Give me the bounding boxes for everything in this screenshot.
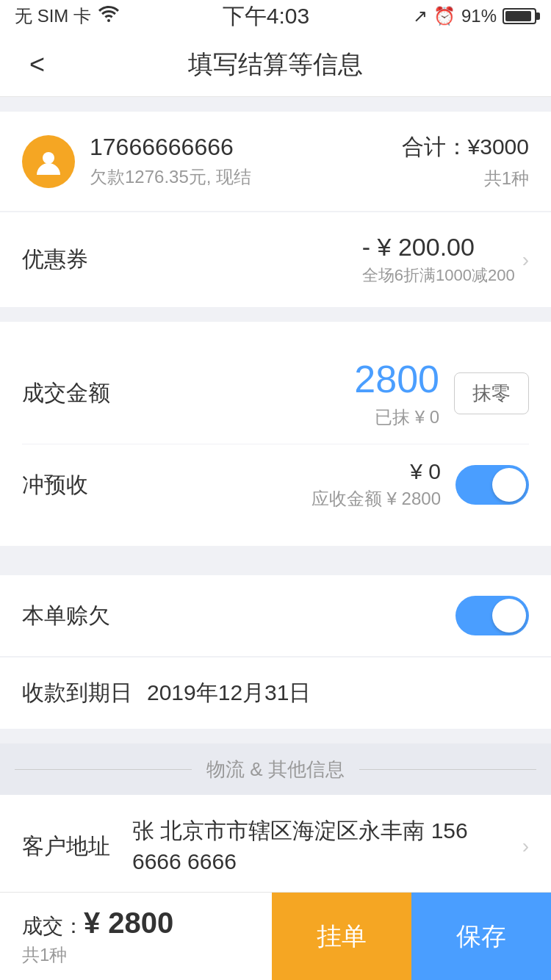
order-total: 合计：¥3000 — [402, 132, 529, 162]
bottom-bar: 成交：¥ 2800 共1种 挂单 保存 — [0, 892, 551, 980]
deal-amount-label: 成交金额 — [22, 378, 110, 408]
customer-left: 17666666666 欠款1276.35元, 现结 — [22, 134, 251, 189]
coupon-right: - ¥ 200.00 全场6折满1000减200 › — [362, 233, 529, 287]
toggle-knob — [492, 468, 526, 502]
duedate-value: 2019年12月31日 — [147, 678, 311, 708]
duedate-section: 收款到期日 2019年12月31日 — [0, 657, 551, 729]
status-time: 下午4:03 — [223, 1, 309, 32]
deal-amount-value: 2800 — [354, 357, 439, 401]
status-bar: 无 SIM 卡 下午4:03 ↗ ⏰ 91% — [0, 0, 551, 32]
bottom-deal-amount: ¥ 2800 — [84, 907, 173, 939]
chevron-right-icon: › — [522, 248, 529, 272]
logistics-text: 物流 & 其他信息 — [206, 757, 345, 782]
chong-value-block: ¥ 0 应收金额 ¥ 2800 — [311, 459, 441, 511]
battery-percent: 91% — [461, 6, 497, 26]
customer-info: 17666666666 欠款1276.35元, 现结 — [90, 134, 251, 189]
battery-icon — [503, 8, 536, 24]
bottom-deal-count: 共1种 — [22, 943, 250, 967]
coupon-label: 优惠券 — [22, 245, 88, 275]
page-title: 填写结算等信息 — [188, 48, 363, 82]
sim-label: 无 SIM 卡 — [15, 4, 91, 28]
nav-bar: < 填写结算等信息 — [0, 32, 551, 97]
coupon-desc: 全场6折满1000减200 — [362, 264, 515, 287]
section-divider-2 — [0, 546, 551, 561]
sheqian-label: 本单赊欠 — [22, 601, 110, 631]
back-button[interactable]: < — [22, 42, 52, 87]
wifi-icon — [98, 6, 119, 26]
chong-value: ¥ 0 — [311, 459, 441, 484]
chong-row: 冲预收 ¥ 0 应收金额 ¥ 2800 — [22, 444, 529, 525]
deal-amount-row: 成交金额 2800 已抹 ¥ 0 抹零 — [22, 342, 529, 444]
customer-card: 17666666666 欠款1276.35元, 现结 合计：¥3000 共1种 — [0, 112, 551, 211]
chong-sub: 应收金额 ¥ 2800 — [311, 487, 441, 511]
duedate-label: 收款到期日 — [22, 678, 132, 708]
location-icon: ↗ — [413, 6, 428, 26]
alarm-icon: ⏰ — [433, 6, 455, 26]
sheqian-section: 本单赊欠 — [0, 575, 551, 656]
order-count: 共1种 — [402, 167, 529, 190]
coupon-discount: - ¥ 200.00 — [362, 233, 515, 262]
section-divider-1 — [0, 307, 551, 322]
already-erazed: 已抹 ¥ 0 — [354, 406, 439, 429]
customer-phone: 17666666666 — [90, 134, 251, 161]
logistics-line-left — [15, 769, 192, 770]
coupon-row[interactable]: 优惠券 - ¥ 200.00 全场6折满1000减200 › — [0, 212, 551, 307]
avatar — [22, 135, 75, 188]
save-button[interactable]: 保存 — [411, 893, 551, 981]
address-section[interactable]: 客户地址 张 北京市市辖区海淀区永丰南 156 6666 6666 › — [0, 795, 551, 898]
sheqian-toggle[interactable] — [455, 596, 529, 635]
logistics-divider: 物流 & 其他信息 — [0, 743, 551, 795]
amount-section: 成交金额 2800 已抹 ¥ 0 抹零 冲预收 ¥ 0 应收金额 ¥ 2800 — [0, 322, 551, 546]
chong-right: ¥ 0 应收金额 ¥ 2800 — [311, 459, 529, 511]
status-left: 无 SIM 卡 — [15, 4, 119, 28]
svg-point-0 — [43, 152, 54, 164]
sheqian-toggle-knob — [492, 599, 526, 633]
customer-right: 合计：¥3000 共1种 — [402, 132, 529, 190]
address-label: 客户地址 — [22, 832, 110, 862]
chong-toggle[interactable] — [455, 465, 529, 505]
deal-amount-right: 2800 已抹 ¥ 0 抹零 — [354, 357, 529, 429]
bottom-summary: 成交：¥ 2800 共1种 — [0, 907, 272, 967]
address-chevron-icon: › — [522, 835, 529, 858]
status-right: ↗ ⏰ 91% — [413, 6, 536, 26]
pending-button[interactable]: 挂单 — [272, 893, 411, 981]
logistics-line-right — [359, 769, 536, 770]
address-value: 张 北京市市辖区海淀区永丰南 156 6666 6666 — [132, 815, 522, 877]
customer-debt: 欠款1276.35元, 现结 — [90, 165, 251, 189]
bottom-deal-label: 成交：¥ 2800 — [22, 907, 250, 940]
chong-label: 冲预收 — [22, 470, 88, 500]
eraze-button[interactable]: 抹零 — [454, 372, 529, 414]
